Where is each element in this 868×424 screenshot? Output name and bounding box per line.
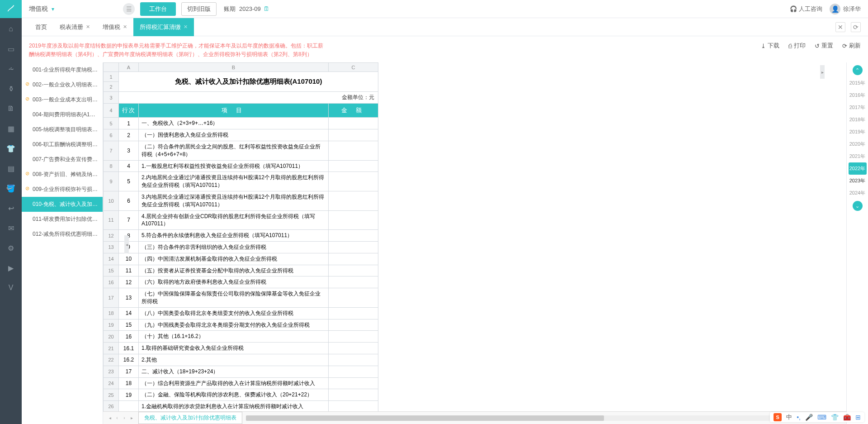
switch-old-button[interactable]: 切到旧版 [181,2,217,16]
user-menu[interactable]: 👤 徐泽华 [830,4,861,14]
user-name: 徐泽华 [843,5,861,13]
tax-type-label: 增值税 [29,5,48,13]
tab[interactable]: 首页 [29,18,53,19]
tab[interactable]: 税表清册✕ [53,18,96,19]
tax-type-dropdown[interactable]: 增值税 ▾ [29,5,119,13]
tab[interactable]: 增值税✕ [96,18,133,19]
help-label: 人工咨询 [799,5,822,13]
app-logo[interactable] [0,0,22,18]
help-link[interactable]: 🎧 人工咨询 [790,5,822,13]
tab[interactable]: 所得税汇算清缴✕ [133,18,194,19]
workbench-button[interactable]: 工作台 [140,2,176,16]
list-icon[interactable]: ☰ [123,3,135,15]
chevron-down-icon: ▾ [52,6,54,12]
avatar: 👤 [830,4,840,14]
headset-icon: 🎧 [790,5,797,12]
calendar-icon[interactable]: 🗓 [264,5,269,12]
period-label: 账期 [224,5,236,13]
period-value: 2023-09 [239,5,261,12]
